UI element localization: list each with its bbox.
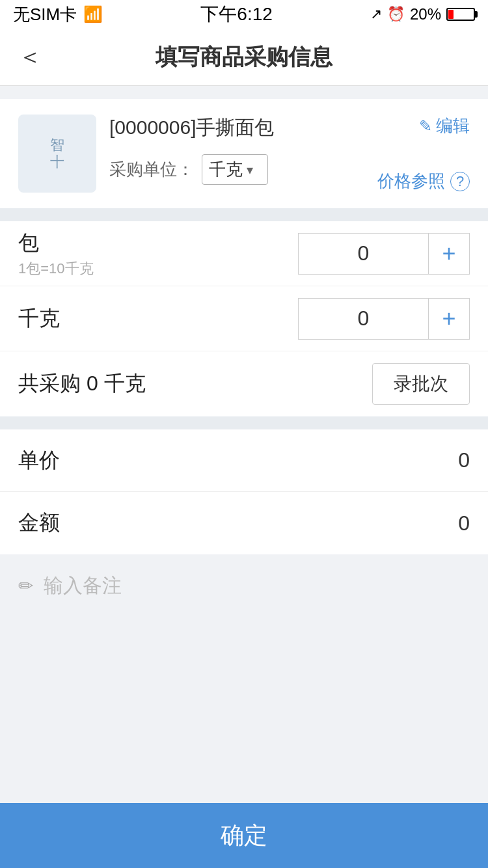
page-title: 填写商品采购信息 (156, 42, 332, 72)
help-icon: ? (450, 172, 470, 191)
product-card: 智 十 [0000006]手撕面包 采购单位： 千克 ✎ 编辑 价格参照 ? (0, 99, 488, 208)
divider-1 (0, 208, 488, 221)
status-bar: 无SIM卡 📶 下午6:12 ↗ ⏰ 20% (0, 0, 488, 29)
edit-label: 编辑 (436, 115, 470, 137)
unit-value: 千克 (209, 158, 243, 181)
unit-label: 采购单位： (109, 158, 194, 181)
summary-text: 共采购 0 千克 (18, 370, 146, 398)
status-right: ↗ ⏰ 20% (370, 5, 475, 23)
remark-section[interactable]: ✏ 输入备注 (0, 554, 488, 632)
record-batch-button[interactable]: 录批次 (372, 363, 470, 405)
price-ref-button[interactable]: 价格参照 ? (377, 170, 470, 193)
unit-dropdown[interactable]: 千克 (202, 154, 268, 185)
summary-row: 共采购 0 千克 录批次 (0, 351, 488, 416)
product-thumb-text: 智 十 (50, 137, 64, 171)
bag-input-control: + (298, 233, 470, 275)
alarm-icon: ⏰ (387, 6, 405, 23)
amount-value: 0 (458, 511, 470, 536)
bag-sublabel: 1包=10千克 (18, 259, 298, 278)
bag-plus-button[interactable]: + (428, 233, 470, 275)
bag-label-container: 包 1包=10千克 (18, 229, 298, 278)
nav-bar: ＜ 填写商品采购信息 (0, 29, 488, 86)
price-ref-label: 价格参照 (377, 170, 445, 193)
kg-plus-button[interactable]: + (428, 298, 470, 340)
bag-qty-input[interactable] (298, 233, 428, 275)
unit-price-value: 0 (458, 448, 470, 472)
bag-label: 包 (18, 229, 298, 258)
remark-placeholder: 输入备注 (44, 573, 122, 599)
input-row-bag: 包 1包=10千克 + (0, 221, 488, 286)
status-left: 无SIM卡 📶 (13, 3, 103, 26)
product-thumbnail: 智 十 (18, 115, 96, 193)
info-section: 单价 0 金额 0 (0, 429, 488, 554)
amount-label: 金额 (18, 509, 60, 537)
unit-price-label: 单价 (18, 446, 60, 475)
unit-price-row: 单价 0 (0, 429, 488, 492)
location-icon: ↗ (370, 6, 382, 23)
product-name: [0000006]手撕面包 (109, 115, 470, 141)
kg-qty-input[interactable] (298, 298, 428, 340)
carrier-text: 无SIM卡 (13, 3, 77, 26)
input-row-kg: 千克 + (0, 286, 488, 351)
kg-label: 千克 (18, 305, 298, 333)
status-time: 下午6:12 (200, 2, 273, 27)
back-button[interactable]: ＜ (18, 41, 42, 73)
pencil-icon: ✏ (18, 575, 33, 597)
bottom-spacer (0, 632, 488, 828)
amount-row: 金额 0 (0, 492, 488, 554)
battery-pct: 20% (410, 5, 441, 23)
wifi-icon: 📶 (83, 5, 103, 23)
edit-button[interactable]: ✎ 编辑 (419, 115, 470, 137)
edit-icon: ✎ (419, 117, 432, 135)
divider-2 (0, 416, 488, 429)
input-section: 包 1包=10千克 + 千克 + (0, 221, 488, 351)
kg-input-control: + (298, 298, 470, 340)
kg-label-container: 千克 (18, 305, 298, 333)
battery-icon (446, 8, 475, 21)
confirm-button[interactable]: 确定 (0, 803, 488, 868)
